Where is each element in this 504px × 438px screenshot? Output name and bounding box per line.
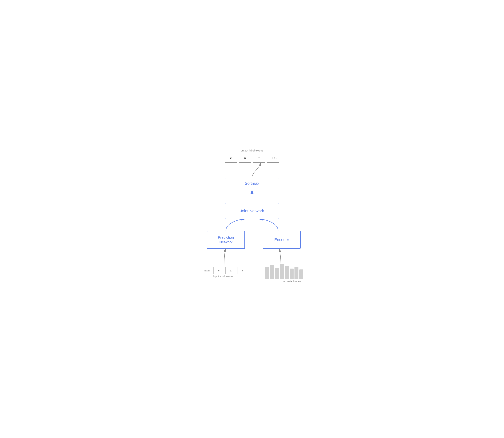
acoustic-bar-6	[290, 269, 294, 279]
softmax-box: Softmax	[225, 178, 279, 189]
input-token-a: a	[225, 267, 236, 274]
diagram-container: output label tokens c a t EOS Softmax Jo…	[189, 149, 315, 289]
prediction-network-label: PredictionNetwork	[218, 235, 234, 244]
input-token-t: t	[237, 267, 248, 274]
acoustic-bar-1	[265, 267, 269, 279]
joint-network-box: Joint Network	[225, 203, 279, 219]
output-token-a: a	[239, 154, 251, 163]
output-token-c: c	[225, 154, 237, 163]
joint-network-label: Joint Network	[240, 209, 264, 213]
acoustic-frames-row	[265, 264, 303, 279]
softmax-label: Softmax	[245, 181, 259, 186]
output-token-t: t	[253, 154, 265, 163]
acoustic-bar-5	[285, 266, 289, 279]
encoder-box: Encoder	[263, 231, 301, 249]
acoustic-bar-7	[294, 267, 298, 279]
encoder-label: Encoder	[274, 237, 289, 242]
output-tokens-row: c a t EOS	[225, 154, 279, 163]
input-token-sos: SOS	[202, 267, 213, 274]
acoustic-bar-2	[270, 265, 274, 279]
acoustic-bar-4	[280, 264, 284, 279]
output-token-eos: EOS	[267, 154, 279, 163]
prediction-network-box: PredictionNetwork	[207, 231, 245, 249]
acoustic-bar-8	[299, 269, 303, 279]
acoustic-bar-3	[275, 268, 279, 279]
input-label-text: Input label tokens	[213, 275, 233, 278]
output-label-text: output label tokens	[241, 149, 263, 152]
input-token-c: c	[213, 267, 224, 274]
input-tokens-row: SOS c a t	[202, 267, 248, 274]
acoustic-frames-text: acoustic frames	[283, 280, 301, 283]
